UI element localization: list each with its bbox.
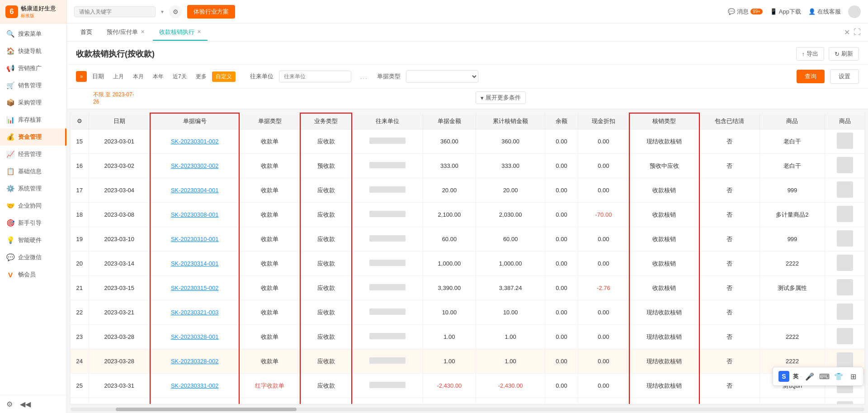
sidebar-label-basic: 基础信息 — [18, 167, 42, 176]
col-header-writeoff-type: 核销类型 — [629, 113, 699, 129]
float-grid-btn[interactable]: ⊞ — [847, 370, 859, 383]
table-cell-2[interactable]: SK-20230301-002 — [150, 129, 239, 154]
query-btn[interactable]: 查询 — [797, 70, 825, 83]
col-header-num: ⚙ — [71, 113, 89, 129]
table-cell-7: 60.00 — [476, 227, 545, 252]
filter-bill-type-select[interactable] — [406, 70, 478, 83]
filter-last-month-btn[interactable]: 上月 — [109, 71, 127, 82]
table-horizontal-scrollbar[interactable] — [71, 408, 864, 411]
sidebar-item-finance[interactable]: 💰 资金管理 — [0, 128, 66, 146]
tab-payable[interactable]: 预付/应付单 ✕ — [100, 24, 151, 41]
tab-home[interactable]: 首页 — [74, 24, 99, 41]
export-btn[interactable]: ↑ 导出 — [796, 47, 825, 61]
table-cell-2[interactable]: SK-20230328-002 — [150, 349, 239, 374]
table-cell-3: 收款单 — [239, 276, 300, 300]
collapse-icon[interactable]: ◀◀ — [20, 400, 31, 408]
table-cell-4: 应收款 — [300, 129, 352, 154]
table-cell-2[interactable]: SK-20230302-002 — [150, 154, 239, 178]
table-cell-13 — [825, 300, 864, 325]
table-cell-2[interactable]: SK-20230321-003 — [150, 300, 239, 325]
settings-icon[interactable]: ⚙ — [6, 400, 13, 408]
gear-icon[interactable]: ⚙ — [77, 118, 82, 124]
filter-this-year-btn[interactable]: 本年 — [149, 71, 167, 82]
scrollbar-thumb[interactable] — [116, 408, 297, 411]
user-avatar[interactable] — [848, 5, 861, 18]
table-cell-10: 现结收款核销 — [629, 374, 699, 398]
tab-expand-btn[interactable]: ⛶ — [854, 28, 861, 37]
sidebar-item-marketing[interactable]: 📢 营销推广 — [0, 60, 66, 77]
table-cell-6: 10.00 — [423, 300, 476, 325]
filter-bar: » 日期 上月 本月 本年 近7天 更多 自定义 往来单位 ... 单据类型 查… — [67, 65, 868, 89]
sidebar-item-operations[interactable]: 📈 经营管理 — [0, 146, 66, 163]
tab-collection-close[interactable]: ✕ — [197, 29, 201, 35]
sidebar-item-inventory[interactable]: 📊 库存核算 — [0, 111, 66, 128]
sidebar-item-corp[interactable]: 🤝 企业协同 — [0, 197, 66, 214]
table-cell-5 — [352, 300, 423, 325]
topbar-dropdown-arrow[interactable]: ▾ — [161, 9, 164, 15]
table-cell-2[interactable]: SK-20230310-001 — [150, 227, 239, 252]
table-cell-2[interactable]: SK-20230403-002 — [150, 398, 239, 404]
table-cell-3: 收款单 — [239, 252, 300, 276]
message-btn[interactable]: 💬 消息 99+ — [728, 8, 763, 16]
sidebar-item-wechat[interactable]: 💬 企业微信 — [0, 249, 66, 266]
sidebar-item-system[interactable]: ⚙️ 系统管理 — [0, 180, 66, 197]
table-cell-13 — [825, 398, 864, 404]
table-cell-10: 现结收款核销 — [629, 349, 699, 374]
sidebar-item-search[interactable]: 🔍 搜索菜单 — [0, 25, 66, 43]
table-cell-6: 1.00 — [423, 349, 476, 374]
filter-more-btn[interactable]: 更多 — [192, 71, 210, 82]
filter-expand-btn[interactable]: » — [76, 71, 87, 82]
purchase-icon: 📦 — [6, 99, 14, 107]
tab-close-all-btn[interactable]: ✕ — [844, 28, 850, 37]
online-service-btn[interactable]: 👤 在线客服 — [808, 8, 841, 16]
sidebar-item-sales[interactable]: 🛒 销售管理 — [0, 77, 66, 94]
industry-solution-btn[interactable]: 体验行业方案 — [187, 5, 235, 19]
sidebar-item-guide[interactable]: 🎯 新手引导 — [0, 214, 66, 232]
app-label: App下载 — [779, 8, 801, 16]
table-cell-2[interactable]: SK-20230331-002 — [150, 374, 239, 398]
table-cell-5 — [352, 374, 423, 398]
table-cell-4: 应收款 — [300, 203, 352, 227]
expand-more-btn[interactable]: ▾ 展开更多条件 — [476, 91, 526, 104]
float-mic-btn[interactable]: 🎤 — [803, 370, 816, 383]
col-header-bill-type: 单据类型 — [239, 113, 300, 129]
sidebar-label-inventory: 库存核算 — [18, 116, 42, 124]
sidebar-logo: 6 畅康道好生意 标推版 — [0, 0, 66, 24]
filter-row2: 不限 至 2023-07-26 ▾ 展开更多条件 — [67, 89, 868, 109]
table-cell-8: 0.00 — [545, 252, 578, 276]
setting-btn[interactable]: 设置 — [830, 69, 859, 84]
filter-custom-btn[interactable]: 自定义 — [212, 71, 236, 82]
table-cell-2[interactable]: SK-20230314-001 — [150, 252, 239, 276]
sidebar-item-hardware[interactable]: 💡 智能硬件 — [0, 232, 66, 249]
filter-7days-btn[interactable]: 近7天 — [169, 71, 190, 82]
col-header-date: 日期 — [89, 113, 150, 129]
float-shirt-btn[interactable]: 👕 — [832, 370, 845, 383]
sidebar-item-purchase[interactable]: 📦 采购管理 — [0, 94, 66, 111]
table-cell-2[interactable]: SK-20230315-002 — [150, 276, 239, 300]
refresh-btn[interactable]: ↻ 刷新 — [829, 47, 859, 61]
table-cell-4: 应收款 — [300, 178, 352, 203]
table-cell-8: 0.00 — [545, 398, 578, 404]
filter-this-month-btn[interactable]: 本月 — [129, 71, 147, 82]
sidebar-item-basic[interactable]: 📋 基础信息 — [0, 163, 66, 180]
sidebar-item-member[interactable]: V 畅会员 — [0, 266, 66, 283]
table-cell-2[interactable]: SK-20230308-001 — [150, 203, 239, 227]
filter-partner-input[interactable] — [279, 71, 351, 82]
app-download-btn[interactable]: 📱 App下载 — [770, 8, 801, 16]
tab-payable-close[interactable]: ✕ — [141, 29, 145, 35]
sidebar-label-corp: 企业协同 — [18, 202, 42, 210]
tab-collection[interactable]: 收款核销执行 ✕ — [153, 24, 208, 41]
page-title: 收款核销执行(按收款) — [76, 48, 155, 59]
table-cell-2[interactable]: SK-20230328-001 — [150, 325, 239, 349]
topbar-search-input[interactable] — [74, 6, 156, 17]
topbar-gear-btn[interactable]: ⚙ — [169, 5, 182, 18]
table-cell-6: 333.00 — [423, 154, 476, 178]
inventory-icon: 📊 — [6, 116, 14, 124]
table-cell-2[interactable]: SK-20230304-001 — [150, 178, 239, 203]
logo-text: 畅康道好生意 标推版 — [21, 5, 56, 19]
float-keyboard-btn[interactable]: ⌨ — [818, 370, 830, 383]
table-cell-3: 收款单 — [239, 129, 300, 154]
sidebar-item-quicknav[interactable]: 🏠 快捷导航 — [0, 43, 66, 60]
table-cell-10: 现结收款核销 — [629, 300, 699, 325]
table-cell-11: 否 — [699, 203, 760, 227]
